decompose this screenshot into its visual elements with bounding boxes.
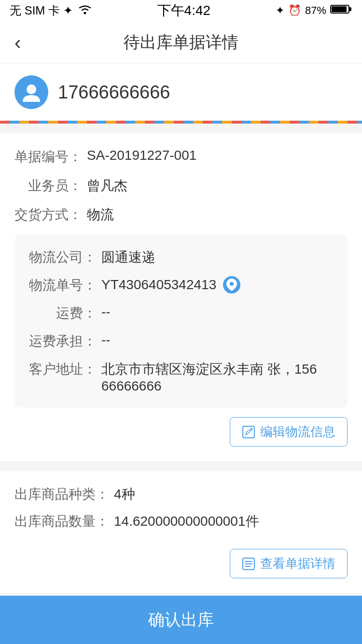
- svg-rect-6: [243, 426, 254, 438]
- company-row: 物流公司： 圆通速递: [29, 248, 333, 266]
- freight-value: --: [101, 304, 333, 320]
- sim-text: 无 SIM 卡 ✦: [10, 3, 73, 18]
- sales-person-value: 曾凡杰: [87, 177, 348, 195]
- tracking-number: YT43064053424​13: [101, 277, 216, 293]
- avatar: [14, 75, 48, 109]
- alarm-icon: ⏰: [288, 4, 301, 17]
- goods-quantity-label: 出库商品数量：: [14, 512, 109, 531]
- delivery-method-label: 交货方式：: [14, 206, 82, 224]
- freight-label: 运费：: [29, 304, 97, 322]
- customer-phone: 17666666666: [58, 82, 170, 103]
- goods-quantity-row: 出库商品数量： 14.620000000000001件: [14, 512, 348, 531]
- view-detail-button[interactable]: 查看单据详情: [230, 549, 348, 578]
- logistics-card: 物流公司： 圆通速递 物流单号： YT43064053424​13 运费：: [14, 235, 348, 407]
- goods-type-value: 4种: [114, 485, 135, 504]
- address-value: 北京市市辖区海淀区永丰南 张，156 66666666: [101, 360, 333, 394]
- company-label: 物流公司：: [29, 248, 97, 266]
- tracking-row: 物流单号： YT43064053424​13: [29, 276, 333, 294]
- status-bar: 无 SIM 卡 ✦ 下午4:42 ✦ ⏰ 87%: [0, 0, 362, 21]
- back-button[interactable]: ‹: [14, 33, 21, 52]
- goods-section: 出库商品种类： 4种 出库商品数量： 14.620000000000001件 查…: [0, 471, 362, 593]
- svg-rect-2: [332, 6, 347, 12]
- svg-point-0: [84, 12, 86, 14]
- freight-bearer-label: 运费承担：: [29, 332, 97, 350]
- svg-line-7: [251, 429, 251, 430]
- confirm-button-label: 确认出库: [148, 609, 214, 631]
- goods-type-label: 出库商品种类：: [14, 485, 109, 504]
- goods-type-row: 出库商品种类： 4种: [14, 485, 348, 504]
- svg-rect-3: [349, 7, 351, 11]
- freight-bearer-value: --: [101, 332, 333, 348]
- document-number-row: 单据编号： SA-20191227-001: [14, 148, 348, 166]
- sales-person-row: 业务员： 曾凡杰: [14, 177, 348, 195]
- freight-row: 运费： --: [29, 304, 333, 322]
- tracking-value: YT43064053424​13: [101, 276, 333, 294]
- document-number-value: SA-20191227-001: [87, 148, 348, 163]
- edit-logistics-button[interactable]: 编辑物流信息: [230, 417, 348, 447]
- location-status-icon: ✦: [276, 4, 284, 17]
- customer-header: 17666666666: [0, 64, 362, 121]
- nav-bar: ‹ 待出库单据详情: [0, 21, 362, 64]
- battery-text: 87%: [305, 4, 326, 17]
- view-detail-label: 查看单据详情: [260, 555, 335, 572]
- svg-point-5: [230, 282, 234, 286]
- tracking-label: 物流单号：: [29, 276, 97, 294]
- delivery-method-value: 物流: [87, 206, 348, 224]
- goods-quantity-value: 14.620000000000001件: [114, 512, 259, 531]
- sales-person-label: 业务员：: [14, 177, 82, 195]
- location-pin-icon[interactable]: [223, 276, 240, 294]
- order-info-section: 单据编号： SA-20191227-001 业务员： 曾凡杰 交货方式： 物流 …: [0, 133, 362, 461]
- company-value: 圆通速递: [101, 248, 333, 266]
- page-title: 待出库单据详情: [124, 31, 238, 54]
- status-left: 无 SIM 卡 ✦: [10, 3, 92, 18]
- dashed-divider: [0, 121, 362, 124]
- address-label: 客户地址：: [29, 360, 97, 378]
- view-detail-button-container: 查看单据详情: [14, 539, 348, 578]
- edit-button-container: 编辑物流信息: [14, 407, 348, 447]
- edit-logistics-label: 编辑物流信息: [260, 423, 335, 440]
- status-time: 下午4:42: [157, 1, 211, 20]
- address-row: 客户地址： 北京市市辖区海淀区永丰南 张，156 66666666: [29, 360, 333, 394]
- document-number-label: 单据编号：: [14, 148, 82, 166]
- wifi-icon: [78, 4, 92, 17]
- confirm-button-container[interactable]: 确认出库: [0, 596, 362, 644]
- battery-icon: [330, 4, 352, 17]
- status-right: ✦ ⏰ 87%: [276, 4, 352, 17]
- svg-point-4: [27, 84, 36, 94]
- delivery-method-row: 交货方式： 物流: [14, 206, 348, 224]
- freight-bearer-row: 运费承担： --: [29, 332, 333, 350]
